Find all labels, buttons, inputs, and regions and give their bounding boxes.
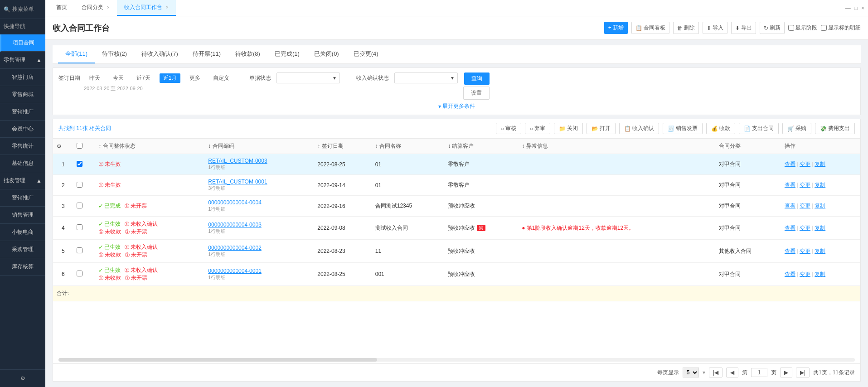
- sidebar-settings[interactable]: ⚙: [0, 369, 45, 387]
- first-page-button[interactable]: |◀: [709, 368, 723, 377]
- sidebar-item-basic-info[interactable]: 基础信息: [0, 155, 45, 172]
- set-button[interactable]: 设置: [463, 87, 490, 100]
- view-link[interactable]: 查看: [785, 248, 795, 254]
- row-checkbox[interactable]: [77, 271, 82, 276]
- copy-link[interactable]: 复制: [815, 225, 825, 231]
- view-link[interactable]: 查看: [785, 182, 795, 188]
- sidebar-item-project-contract[interactable]: 项目合同: [0, 34, 45, 52]
- query-button[interactable]: 查询: [464, 73, 490, 85]
- copy-link[interactable]: 复制: [815, 161, 825, 167]
- view-link[interactable]: 查看: [785, 271, 795, 277]
- tab-contract-category[interactable]: 合同分类 ×: [74, 0, 117, 16]
- contract-board-button[interactable]: 📋 合同看板: [631, 22, 669, 34]
- status-tab-pending-confirm[interactable]: 待收入确认(7): [134, 45, 185, 63]
- page-number-input[interactable]: [751, 368, 767, 377]
- show-detail-checkbox[interactable]: 显示标的明细: [821, 24, 861, 32]
- edit-link[interactable]: 变更: [800, 203, 810, 209]
- edit-link[interactable]: 变更: [800, 182, 810, 188]
- copy-link[interactable]: 复制: [815, 271, 825, 277]
- row-checkbox[interactable]: [77, 203, 82, 208]
- date-btn-today[interactable]: 今天: [109, 73, 127, 83]
- row-checkbox[interactable]: [77, 182, 82, 188]
- expense-out-button[interactable]: 💸 费用支出: [815, 123, 855, 134]
- th-abnormal[interactable]: ↕ 异常信息: [518, 139, 715, 154]
- close-icon[interactable]: ×: [166, 5, 169, 10]
- row-checkbox[interactable]: [77, 161, 82, 167]
- sidebar-item-marketing2[interactable]: 营销推广: [0, 189, 45, 207]
- date-btn-yesterday[interactable]: 昨天: [86, 73, 104, 83]
- sidebar-item-inventory[interactable]: 库存核算: [0, 258, 45, 276]
- close-icon[interactable]: ×: [107, 5, 110, 10]
- sidebar-search[interactable]: 🔍 搜索菜单: [0, 0, 45, 19]
- import-button[interactable]: ⬆ 导入: [703, 22, 727, 34]
- th-customer[interactable]: ↕ 结算客户: [444, 139, 518, 154]
- sidebar-item-retail-stats[interactable]: 零售统计: [0, 138, 45, 155]
- edit-link[interactable]: 变更: [800, 161, 810, 167]
- sidebar-item-marketing[interactable]: 营销推广: [0, 103, 45, 121]
- next-page-button[interactable]: ▶: [780, 368, 792, 377]
- review-button[interactable]: ○ 审核: [496, 123, 521, 134]
- sidebar-item-retail-manage[interactable]: 零售管理 ▲: [0, 52, 45, 69]
- th-category[interactable]: 合同分类: [715, 139, 781, 154]
- status-tab-changed[interactable]: 已变更(4): [346, 45, 386, 63]
- th-contract-status[interactable]: ↕ 合同整体状态: [95, 139, 204, 154]
- view-link[interactable]: 查看: [785, 203, 795, 209]
- status-tab-pending-payment[interactable]: 待收款(8): [228, 45, 267, 63]
- copy-link[interactable]: 复制: [815, 182, 825, 188]
- sales-invoice-button[interactable]: 🧾 销售发票: [663, 123, 703, 134]
- edit-link[interactable]: 变更: [800, 225, 810, 231]
- status-tab-pending-review[interactable]: 待审核(2): [95, 45, 134, 63]
- sidebar-item-sales[interactable]: 销售管理: [0, 207, 45, 224]
- th-checkbox[interactable]: [73, 139, 95, 154]
- show-stage-checkbox[interactable]: 显示阶段: [788, 24, 817, 32]
- th-sign-date[interactable]: ↕ 签订日期: [314, 139, 371, 154]
- minimize-icon[interactable]: —: [845, 5, 851, 11]
- sidebar-item-member-center[interactable]: 会员中心: [0, 121, 45, 138]
- close-button[interactable]: 📁 关闭: [554, 123, 583, 134]
- sidebar-quick-nav[interactable]: 快捷导航: [0, 19, 45, 34]
- row-checkbox[interactable]: [77, 247, 82, 253]
- tab-home[interactable]: 首页: [49, 0, 74, 16]
- close-window-icon[interactable]: ×: [861, 5, 864, 11]
- sidebar-item-retail-mall[interactable]: 零售商城: [0, 86, 45, 103]
- edit-link[interactable]: 变更: [800, 271, 810, 277]
- scroll-bar[interactable]: [58, 358, 855, 362]
- maximize-icon[interactable]: □: [854, 5, 858, 11]
- new-button[interactable]: + 新增: [604, 22, 628, 34]
- date-btn-1month[interactable]: 近1月: [160, 73, 181, 83]
- prev-page-button[interactable]: ◀: [726, 368, 738, 377]
- status-tab-all[interactable]: 全部(11): [58, 45, 95, 63]
- th-contract-name[interactable]: ↕ 合同名称: [372, 139, 444, 154]
- purchase-button[interactable]: 🛒 采购: [782, 123, 811, 134]
- doc-status-select[interactable]: ▾: [276, 73, 340, 83]
- tab-income-contract[interactable]: 收入合同工作台 ×: [117, 0, 176, 16]
- abandon-review-button[interactable]: ○ 弃审: [525, 123, 550, 134]
- last-page-button[interactable]: ▶|: [796, 368, 810, 377]
- view-link[interactable]: 查看: [785, 161, 795, 167]
- th-contract-code[interactable]: ↕ 合同编码: [204, 139, 314, 154]
- date-btn-custom[interactable]: 自定义: [209, 73, 233, 83]
- per-page-select[interactable]: 50 100: [683, 368, 699, 377]
- payment-button[interactable]: 💰 收款: [706, 123, 735, 134]
- sidebar-item-smart-store[interactable]: 智慧门店: [0, 69, 45, 86]
- open-button[interactable]: 📂 打开: [587, 123, 616, 134]
- refresh-button[interactable]: ↻ 刷新: [760, 22, 785, 34]
- copy-link[interactable]: 复制: [815, 248, 825, 254]
- view-link[interactable]: 查看: [785, 225, 795, 231]
- confirm-status-select[interactable]: ▾: [394, 73, 458, 83]
- income-confirm-button[interactable]: 📋 收入确认: [619, 123, 659, 134]
- row-checkbox[interactable]: [77, 224, 82, 230]
- delete-button[interactable]: 🗑 删除: [673, 22, 699, 34]
- export-button[interactable]: ⬇ 导出: [731, 22, 756, 34]
- copy-link[interactable]: 复制: [815, 203, 825, 209]
- expense-contract-button[interactable]: 📄 支出合同: [739, 123, 779, 134]
- status-tab-completed[interactable]: 已完成(1): [267, 45, 307, 63]
- sidebar-item-ecommerce[interactable]: 小畅电商: [0, 224, 45, 241]
- date-btn-more[interactable]: 更多: [186, 73, 204, 83]
- th-gear[interactable]: ⚙: [53, 139, 73, 154]
- status-tab-pending-invoice[interactable]: 待开票(11): [185, 45, 228, 63]
- date-btn-7days[interactable]: 近7天: [133, 73, 154, 83]
- expand-filter-button[interactable]: ▾ 展开更多条件: [438, 102, 475, 110]
- sidebar-item-purchase[interactable]: 采购管理: [0, 241, 45, 258]
- edit-link[interactable]: 变更: [800, 248, 810, 254]
